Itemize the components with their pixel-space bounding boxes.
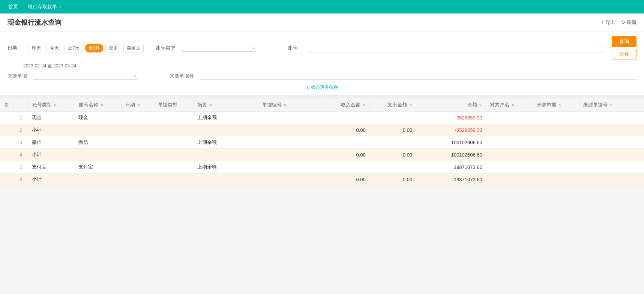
date-btn-4[interactable]: 更多: [105, 44, 121, 52]
nav-home[interactable]: 首页: [3, 0, 23, 13]
filter-row-2: 来源单据 ∨ 来源单据号: [8, 72, 636, 80]
export-button[interactable]: ↑ 导出: [602, 19, 615, 26]
row-doc-no-2: [258, 136, 323, 149]
account-type-filter: 账号类型 ∨: [156, 44, 276, 52]
th-summary-label: 摘要: [197, 102, 207, 107]
refresh-label: 刷新: [627, 19, 636, 26]
account-no-input[interactable]: [310, 45, 597, 51]
row-summary-0: 上期余额: [194, 112, 258, 124]
row-doc-type-3: [154, 149, 194, 161]
source-doc-select[interactable]: [33, 72, 138, 79]
row-account-name-4: 支付宝: [75, 161, 121, 173]
row-source-doc-3: [533, 149, 579, 161]
header-actions: ↑ 导出 ↻ 刷新: [602, 19, 637, 26]
row-summary-1: [194, 124, 258, 136]
account-type-select[interactable]: [181, 44, 256, 51]
sort-icon-income[interactable]: ⇅: [362, 103, 365, 107]
row-source-doc-no-2: [579, 136, 644, 149]
row-income-2: [323, 136, 369, 149]
row-expense-3: 0.00: [369, 149, 416, 161]
row-seq-4: 5: [14, 161, 28, 173]
source-doc-no-filter: 来源单据号: [170, 72, 636, 80]
collapse-bar[interactable]: ∧ 收起更多条件: [8, 83, 636, 92]
sort-icon-date[interactable]: ⇅: [137, 103, 140, 107]
th-doc-type: 单据类型: [154, 98, 194, 112]
row-source-doc-no-4: [579, 161, 644, 173]
row-balance-0: -3528659.33: [416, 112, 486, 124]
date-btn-0[interactable]: 昨天: [29, 44, 44, 52]
row-source-doc-no-5: [579, 173, 644, 186]
row-summary-5: [194, 173, 258, 186]
account-no-filter: 账号 ···: [288, 44, 606, 52]
row-account-type-4: 支付宝: [28, 161, 75, 173]
row-source-doc-no-0: [579, 112, 644, 124]
sort-icon-source-doc[interactable]: ⇅: [558, 103, 561, 107]
sort-icon-source-doc-no[interactable]: ⇅: [610, 103, 613, 107]
sort-icon-account-name[interactable]: ⇅: [101, 103, 104, 107]
source-doc-no-input[interactable]: [201, 73, 635, 79]
sort-icon-balance[interactable]: ⇅: [479, 103, 482, 107]
row-source-doc-4: [533, 161, 579, 173]
divider: [0, 96, 644, 98]
export-icon: ↑: [602, 19, 604, 25]
row-gear-4: [0, 161, 14, 173]
th-doc-no-label: 单据编号: [262, 102, 282, 107]
row-source-doc-0: [533, 112, 579, 124]
settings-icon[interactable]: ⚙: [4, 102, 9, 108]
sort-icon-doc-no[interactable]: ⇅: [284, 103, 287, 107]
row-balance-2: 100102606.60: [416, 136, 486, 149]
export-label: 导出: [605, 19, 615, 26]
source-doc-filter: 来源单据 ∨: [8, 72, 158, 80]
nav-tab-close-4[interactable]: ×: [59, 4, 62, 9]
sort-icon-counterpart[interactable]: ⇅: [512, 103, 515, 107]
th-account-name: 账号名称 ⇅: [75, 98, 121, 112]
th-account-type-label: 账号类型: [32, 102, 52, 107]
query-button[interactable]: 查询: [612, 36, 636, 47]
date-range-text: 2023-02-24 至 2023-03-24: [23, 63, 76, 69]
date-btn-3[interactable]: 近1月: [85, 44, 104, 52]
collapse-label: 收起更多条件: [311, 84, 338, 91]
row-account-name-2: 微信: [75, 136, 121, 149]
date-btn-1[interactable]: 今天: [47, 44, 62, 52]
th-account-type: 账号类型 ⇅: [28, 98, 75, 112]
row-expense-2: [369, 136, 416, 149]
ellipsis-button[interactable]: ···: [597, 45, 604, 51]
row-balance-3: 100102606.60: [416, 149, 486, 161]
row-counterpart-0: [486, 112, 533, 124]
date-btn-2[interactable]: 近7天: [65, 44, 83, 52]
row-account-name-3: [75, 149, 121, 161]
row-seq-3: 4: [14, 149, 28, 161]
th-doc-no: 单据编号 ⇅: [258, 98, 323, 112]
row-source-doc-no-3: [579, 149, 644, 161]
th-counterpart-label: 对方户名: [490, 102, 509, 107]
table-row: 4 小计 0.00 0.00 100102606.60: [0, 149, 644, 161]
filter-area: 日期 昨天今天近7天近1月更多自定义 账号类型 ∨ 账号 ··· 查询 设置: [0, 31, 644, 96]
th-expense: 支出金额 ⇅: [369, 98, 416, 112]
date-btn-5[interactable]: 自定义: [123, 44, 144, 52]
row-summary-4: 上期余额: [194, 161, 258, 173]
date-buttons: 昨天今天近7天近1月更多自定义: [29, 44, 144, 52]
row-counterpart-2: [486, 136, 533, 149]
row-doc-type-0: [154, 112, 194, 124]
refresh-button[interactable]: ↻ 刷新: [621, 19, 636, 26]
row-account-type-0: 现金: [28, 112, 75, 124]
row-balance-5: 19871073.60: [416, 173, 486, 186]
sort-icon-expense[interactable]: ⇅: [409, 103, 412, 107]
date-filter: 日期 昨天今天近7天近1月更多自定义: [8, 44, 144, 52]
nav-tab-4[interactable]: 银行存取款单×: [23, 0, 76, 13]
th-balance: 余额 ⇅: [416, 98, 486, 112]
row-summary-2: 上期余额: [194, 136, 258, 149]
source-doc-no-label: 来源单据号: [170, 73, 194, 79]
row-seq-2: 3: [14, 136, 28, 149]
row-account-type-5: 小计: [28, 173, 75, 186]
row-seq-5: 6: [14, 173, 28, 186]
row-counterpart-5: [486, 173, 533, 186]
row-doc-no-0: [258, 112, 323, 124]
sort-icon-account-type[interactable]: ⇅: [54, 103, 57, 107]
sort-icon-summary[interactable]: ⇅: [209, 103, 212, 107]
th-date: 日期 ⇅: [122, 98, 154, 112]
th-account-name-label: 账号名称: [79, 102, 98, 107]
row-account-type-3: 小计: [28, 149, 75, 161]
setting-button[interactable]: 设置: [612, 49, 636, 60]
row-source-doc-no-1: [579, 124, 644, 136]
